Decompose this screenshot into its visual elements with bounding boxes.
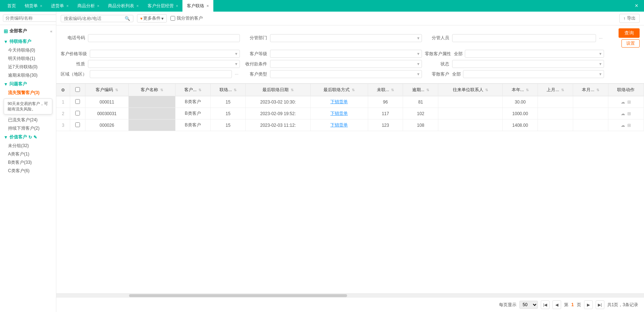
row-checkbox[interactable] <box>75 111 80 116</box>
filter-select-status[interactable]: ▾ <box>452 60 604 68</box>
close-tab-icon[interactable]: × <box>176 4 178 8</box>
my-customers-checkbox[interactable] <box>170 16 175 21</box>
sidebar-item-class-a[interactable]: A类客户(1) <box>0 150 56 158</box>
filter-label-status: 状态 <box>425 61 452 67</box>
scrollbar-thumb[interactable] <box>129 294 347 297</box>
sidebar-section-value[interactable]: ▼ 价值客户 ↻ ✎ <box>0 133 56 142</box>
sidebar-item-class-b[interactable]: B类客户(33) <box>0 158 56 167</box>
filter-select-dept[interactable]: ▾ <box>270 34 422 42</box>
sort-icon[interactable]: ⇅ <box>198 88 201 92</box>
tab-customer-segmentation[interactable]: 客户分层经营 × <box>143 0 182 12</box>
export-button[interactable]: ↑ 导出 <box>619 14 640 23</box>
tab-home[interactable]: 首页 <box>3 0 20 12</box>
chevron-down-icon: ▾ <box>599 51 601 56</box>
cell-uncontacted: 117 <box>368 108 403 119</box>
sort-icon[interactable]: ⇅ <box>391 88 394 92</box>
sidebar-item-churned[interactable]: 已流失客户(24) <box>0 116 56 124</box>
tab-product-analysis-list[interactable]: 商品分析列表 × <box>104 0 143 12</box>
th-settings[interactable]: ⚙ <box>56 84 70 96</box>
cell-overdue: 81 <box>403 96 438 108</box>
tab-sales-order[interactable]: 销货单 × <box>20 0 47 12</box>
sort-icon[interactable]: ⇅ <box>426 88 429 92</box>
per-page-select[interactable]: 50 100 <box>519 301 538 309</box>
edit-icon[interactable]: ✎ <box>33 135 37 140</box>
sort-icon[interactable]: ⇅ <box>291 88 294 92</box>
sort-icon[interactable]: ⇅ <box>485 88 488 92</box>
more-conditions-button[interactable]: ▾ 更多条件 ▾ <box>137 14 167 23</box>
sidebar-item-7days[interactable]: 近7天待联络(0) <box>0 63 56 71</box>
cell-last-contact-method[interactable]: 下销货单 <box>310 119 368 131</box>
tab-customer-contact[interactable]: 客户联络 × <box>182 0 213 12</box>
th-action: 联络动作 <box>608 84 644 96</box>
more-action-icon[interactable]: ⊞ <box>627 100 631 105</box>
filter-search-icon[interactable]: 🔍 <box>125 16 130 21</box>
filter-select-price-level[interactable]: ▾ <box>90 50 240 58</box>
row-checkbox[interactable] <box>75 122 80 127</box>
sort-icon[interactable]: ⇅ <box>115 88 118 92</box>
cell-checkbox[interactable] <box>70 119 85 131</box>
sort-icon[interactable]: ⇅ <box>234 88 237 92</box>
sidebar-item-declining[interactable]: 持续下滑客户(2) <box>0 124 56 133</box>
cell-last-contact-method[interactable]: 下销货单 <box>310 108 368 119</box>
filter-select-retail-customer[interactable]: ▾ <box>463 70 604 78</box>
contact-icon[interactable]: ☁ <box>621 100 625 105</box>
cell-contact: 15 <box>210 108 246 119</box>
filter-select-nature[interactable]: ▾ <box>88 60 240 68</box>
filter-select-customer-type[interactable]: ▾ <box>270 70 422 78</box>
refresh-icon[interactable]: ↻ <box>28 135 32 140</box>
next-page-button[interactable]: ▶ <box>584 300 593 309</box>
close-active-tab-icon[interactable]: × <box>206 4 209 8</box>
filter-input-phone[interactable] <box>88 34 240 42</box>
tab-purchase-order[interactable]: 进货单 × <box>47 0 73 12</box>
sidebar-item-overdue[interactable]: 逾期未联络(30) <box>0 71 56 80</box>
cell-checkbox[interactable] <box>70 96 85 108</box>
select-all-checkbox[interactable] <box>75 87 80 92</box>
filter-field-retail-attr: 零散客户属性 全部 ▾ <box>425 50 604 58</box>
sidebar-item-class-c[interactable]: C类客户(6) <box>0 167 56 175</box>
sidebar-item-today[interactable]: 今天待联络(0) <box>0 46 56 54</box>
sort-icon[interactable]: ⇅ <box>561 88 564 92</box>
sidebar-section-problem[interactable]: ▼ 问题客户 <box>0 80 56 89</box>
last-page-button[interactable]: ▶| <box>596 300 604 309</box>
tab-product-analysis[interactable]: 商品分析 × <box>73 0 104 12</box>
more-icon-manager[interactable]: ··· <box>597 36 604 41</box>
cell-last-contact-method[interactable]: 下销货单 <box>310 96 368 108</box>
sort-icon[interactable]: ⇅ <box>352 88 355 92</box>
close-tab-icon[interactable]: × <box>66 4 68 8</box>
filter-input-region[interactable] <box>90 70 232 78</box>
sidebar-all-customers[interactable]: ⊞ 全部客户 « <box>0 25 56 37</box>
filter-search-input[interactable] <box>64 16 123 21</box>
sort-icon[interactable]: ⇅ <box>526 88 529 92</box>
th-checkbox[interactable] <box>70 84 85 96</box>
filter-select-payment[interactable]: ▾ <box>270 60 422 68</box>
more-icon-region[interactable]: ··· <box>233 72 240 77</box>
prev-page-button[interactable]: ◀ <box>552 300 561 309</box>
window-close-button[interactable]: × <box>632 3 641 9</box>
sidebar-item-churn-warning[interactable]: 流失预警客户(3) <box>0 89 56 97</box>
filter-row-1: 电话号码 分管部门 ▾ 分管人员 ··· 查询 设置 <box>61 28 640 48</box>
sort-icon[interactable]: ⇅ <box>596 88 599 92</box>
close-tab-icon[interactable]: × <box>97 4 99 8</box>
row-checkbox[interactable] <box>75 99 80 104</box>
filter-field-payment: 收付款条件 ▾ <box>243 60 422 68</box>
filter-input-manager[interactable] <box>452 34 596 42</box>
sidebar-section-pending[interactable]: ▼ 待联络客户 <box>0 37 56 46</box>
filter-select-retail-attr[interactable]: ▾ <box>465 50 604 58</box>
horizontal-scrollbar[interactable] <box>56 293 644 297</box>
sort-icon[interactable]: ⇅ <box>160 88 163 92</box>
sidebar-search-input[interactable] <box>3 15 56 22</box>
more-action-icon[interactable]: ⊞ <box>627 111 631 116</box>
contact-icon[interactable]: ☁ <box>621 123 625 128</box>
sidebar-item-tomorrow[interactable]: 明天待联络(1) <box>0 54 56 63</box>
more-action-icon[interactable]: ⊞ <box>627 123 631 128</box>
close-tab-icon[interactable]: × <box>40 4 42 8</box>
contact-icon[interactable]: ☁ <box>621 111 625 116</box>
query-button[interactable]: 查询 <box>619 28 640 38</box>
first-page-button[interactable]: |◀ <box>541 300 550 309</box>
filter-select-customer-level[interactable]: ▾ <box>270 50 422 58</box>
table-container: ⚙ 客户编码 ⇅ 客户名称 ⇅ 客户... ⇅ <box>56 84 644 293</box>
cell-checkbox[interactable] <box>70 108 85 119</box>
close-tab-icon[interactable]: × <box>136 4 138 8</box>
sidebar-item-ungrouped[interactable]: 未分组(32) <box>0 142 56 150</box>
settings-button[interactable]: 设置 <box>621 39 640 48</box>
